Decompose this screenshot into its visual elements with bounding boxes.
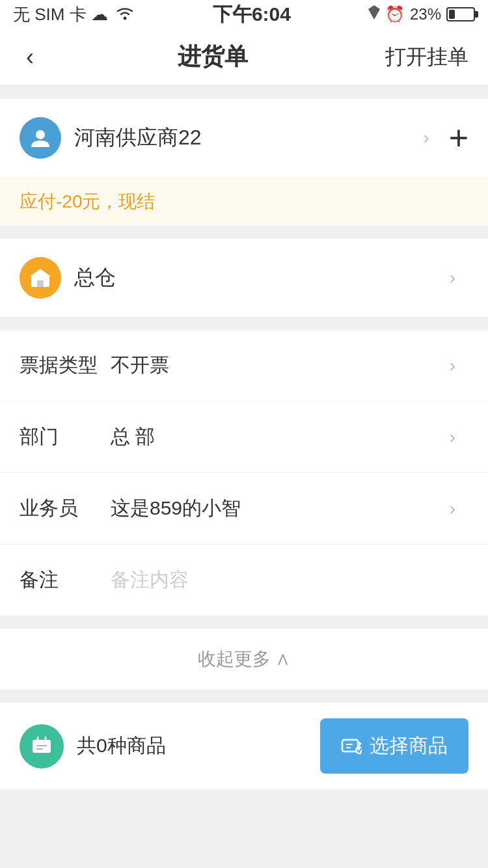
status-left: 无 SIM 卡 ☁ (13, 3, 135, 26)
select-product-icon (341, 736, 362, 757)
supplier-name: 河南供应商22 (74, 124, 423, 152)
supplier-chevron-icon: › (423, 128, 429, 148)
wifi-icon (115, 5, 135, 25)
svg-rect-3 (37, 280, 44, 287)
alarm-icon: ⏰ (385, 5, 405, 23)
location-icon (368, 5, 380, 23)
salesman-value: 这是859的小智 (111, 495, 450, 522)
salesman-row[interactable]: 业务员 这是859的小智 › (0, 473, 488, 545)
product-info: 共0种商品 (20, 724, 166, 768)
salesman-label: 业务员 (20, 495, 111, 522)
bottom-bar: 共0种商品 选择商品 (0, 703, 488, 789)
remark-row[interactable]: 备注 备注内容 (0, 545, 488, 616)
remark-label: 备注 (20, 567, 111, 593)
back-button[interactable]: ‹ (20, 37, 40, 77)
svg-point-1 (36, 130, 45, 139)
ticket-type-value: 不开票 (111, 352, 450, 379)
content-area: 河南供应商22 › + 应付-20元，现结 + 总仓 › 票据类型 不开票 › … (0, 99, 488, 868)
battery-percent: 23% (410, 5, 441, 23)
form-card: 票据类型 不开票 › 部门 总 部 › 业务员 这是859的小智 › 备注 备注… (0, 330, 488, 616)
svg-point-0 (123, 16, 126, 20)
supplier-notice: 应付-20元，现结 (0, 178, 488, 226)
status-time: 下午6:04 (213, 1, 291, 28)
salesman-chevron-icon: › (450, 498, 455, 519)
open-pending-button[interactable]: 打开挂单 (385, 43, 468, 72)
page-title: 进货单 (178, 41, 248, 73)
supplier-row[interactable]: 河南供应商22 › + (0, 99, 488, 178)
nav-bar: ‹ 进货单 打开挂单 (0, 29, 488, 86)
sim-label: 无 SIM 卡 ☁ (13, 3, 108, 26)
supplier-card: 河南供应商22 › + 应付-20元，现结 (0, 99, 488, 226)
warehouse-icon (20, 257, 61, 299)
warehouse-chevron-icon: › (450, 267, 455, 288)
empty-area (0, 789, 488, 868)
department-chevron-icon: › (450, 427, 455, 448)
product-count: 共0种商品 (77, 733, 166, 759)
select-product-button[interactable]: 选择商品 (320, 718, 468, 774)
supplier-avatar (20, 117, 61, 159)
select-product-label: 选择商品 (370, 733, 448, 759)
warehouse-name: 总仓 (74, 264, 450, 292)
department-value: 总 部 (111, 424, 450, 450)
remark-input[interactable]: 备注内容 (111, 567, 468, 593)
warehouse-row[interactable]: 总仓 › (0, 239, 488, 317)
collapse-toggle[interactable]: 收起更多 ∧ (0, 629, 488, 690)
product-icon (20, 724, 64, 768)
status-right: ⏰ 23% (368, 5, 475, 23)
ticket-type-chevron-icon: › (450, 355, 455, 376)
department-label: 部门 (20, 424, 111, 450)
add-supplier-button[interactable]: + (449, 118, 468, 157)
status-bar: 无 SIM 卡 ☁ 下午6:04 ⏰ 23% (0, 0, 488, 29)
ticket-type-label: 票据类型 (20, 352, 111, 379)
battery-icon (446, 7, 475, 21)
department-row[interactable]: 部门 总 部 › (0, 401, 488, 473)
ticket-type-row[interactable]: 票据类型 不开票 › (0, 330, 488, 401)
